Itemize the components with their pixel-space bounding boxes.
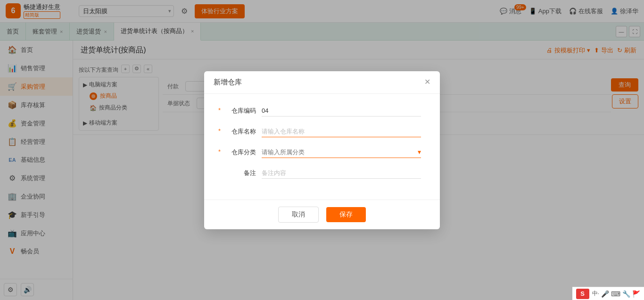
chinese-icon: 中· [592,290,599,298]
tools-icon: 🔧 [622,290,630,298]
name-input[interactable] [262,126,421,137]
mic-icon: 🎤 [601,290,609,298]
modal-body: 仓库编码 仓库名称 仓库分类 ▾ 备注 [204,94,440,200]
bottom-s-bar: S 中· 🎤 ⌨ 🔧 🚩 [572,287,644,300]
form-row-name: 仓库名称 [223,126,421,137]
keyboard-icon: ⌨ [611,290,620,298]
modal-new-warehouse: 新增仓库 ✕ 仓库编码 仓库名称 仓库分类 ▾ 备注 [204,71,440,229]
modal-title: 新增仓库 [214,78,242,87]
modal-overlay[interactable]: 新增仓库 ✕ 仓库编码 仓库名称 仓库分类 ▾ 备注 [0,0,644,300]
remark-label: 备注 [223,169,256,177]
form-row-category: 仓库分类 ▾ [223,147,421,158]
cancel-button[interactable]: 取消 [278,207,319,223]
category-label: 仓库分类 [223,148,256,157]
modal-close-button[interactable]: ✕ [424,78,430,86]
code-input[interactable] [262,105,421,117]
remark-input[interactable] [262,167,421,179]
category-select-wrap: ▾ [262,147,421,158]
category-dropdown-icon[interactable]: ▾ [418,148,421,156]
flag-icon: 🚩 [632,290,640,298]
code-label: 仓库编码 [223,107,256,115]
modal-header: 新增仓库 ✕ [204,71,440,94]
modal-footer: 取消 保存 [204,200,440,229]
form-row-code: 仓库编码 [223,105,421,117]
category-input[interactable] [262,147,418,158]
save-button[interactable]: 保存 [326,207,366,222]
name-label: 仓库名称 [223,127,256,136]
form-row-remark: 备注 [223,167,421,179]
s-logo: S [576,289,589,299]
